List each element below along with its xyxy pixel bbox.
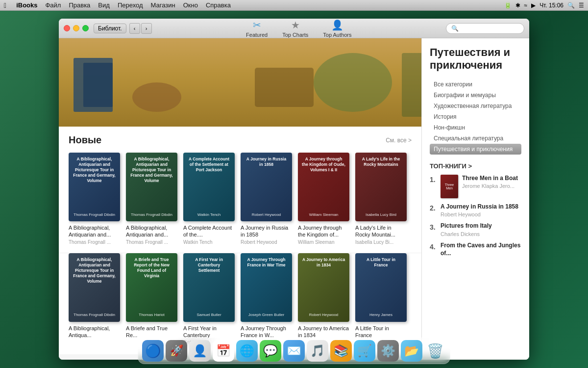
book-author: Robert Heywood: [241, 239, 292, 245]
top-book-item-3[interactable]: 4. From the Caves and Jungles of...: [430, 242, 521, 258]
book-title: A Bibliographical, Antiqua...: [69, 325, 120, 339]
top-book-num: 3.: [430, 223, 437, 231]
dock-launchpad[interactable]: 🚀: [166, 340, 187, 362]
menu-edit[interactable]: Правка: [69, 1, 90, 9]
book-cover[interactable]: A Briefe and True Report of the New Foun…: [126, 253, 177, 322]
top-book-author: Jerome Klapka Jero...: [462, 183, 521, 189]
top-book-item-2[interactable]: 3. Pictures from Italy Charles Dickens: [430, 222, 521, 237]
category-item-1[interactable]: Биографии и мемуары: [430, 90, 521, 101]
dock-appstore[interactable]: 🛒: [354, 340, 375, 362]
top-book-num: 2.: [430, 204, 437, 212]
search-input[interactable]: [446, 23, 524, 34]
book-cover[interactable]: A Complete Account of the Settlement at …: [183, 153, 235, 221]
top-books-list: 1. Three Men Three Men in a Boat Jerome …: [430, 175, 521, 258]
book-cover[interactable]: A Little Tour in France Henry James: [355, 253, 407, 322]
svg-rect-4: [255, 68, 314, 107]
book-item-row1-2[interactable]: A Complete Account of the Settlement at …: [183, 153, 235, 245]
dock-contacts[interactable]: 👤: [189, 340, 211, 362]
menu-file[interactable]: Файл: [45, 1, 61, 9]
library-button[interactable]: Библиот.: [94, 24, 126, 33]
book-cover[interactable]: A Journey in Russia in 1858 Robert Heywo…: [241, 153, 292, 221]
book-item-row2-3[interactable]: A Journey Through France in War Time Jos…: [241, 253, 292, 347]
book-cover[interactable]: A Journey Through France in War Time Jos…: [241, 253, 292, 322]
top-book-author: Robert Heywood: [441, 211, 521, 217]
hero-banner-inner: [59, 38, 421, 127]
menu-view[interactable]: Вид: [98, 1, 110, 9]
book-cover[interactable]: A Bibliographical, Antiquarian and Pictu…: [69, 153, 120, 221]
dock-calendar[interactable]: 📅: [213, 340, 234, 362]
book-cover[interactable]: A First Year in Canterbury Settlement Sa…: [183, 253, 235, 322]
bluetooth-icon: ✱: [515, 2, 520, 9]
top-charts-label: Top Charts: [282, 32, 308, 38]
book-cover[interactable]: A Bibliographical, Antiquarian and Pictu…: [69, 253, 120, 322]
dock-systemprefs[interactable]: ⚙️: [377, 340, 399, 362]
top-books-header[interactable]: ТОП-КНИГИ >: [430, 162, 521, 170]
featured-label: Featured: [246, 32, 268, 38]
menu-store[interactable]: Магазин: [151, 1, 175, 9]
book-cover[interactable]: A Journey through the Kingdom of Oude, V…: [298, 153, 349, 221]
wifi-icon: ≈: [524, 2, 528, 9]
list-icon[interactable]: ☰: [579, 2, 584, 9]
book-title: A Lady's Life in Rocky Mountai...: [355, 224, 407, 238]
book-item-row2-2[interactable]: A First Year in Canterbury Settlement Sa…: [183, 253, 235, 347]
category-item-4[interactable]: Нон-фикшн: [430, 122, 521, 133]
book-item-row1-0[interactable]: A Bibliographical, Antiquarian and Pictu…: [69, 153, 120, 245]
top-book-thumb: Three Men: [441, 175, 458, 198]
dock-messages[interactable]: 💬: [260, 340, 281, 362]
dock-ibooks[interactable]: 📚: [330, 340, 352, 362]
dock-trash[interactable]: 🗑️: [424, 340, 446, 362]
top-book-title: Pictures from Italy: [441, 222, 521, 230]
battery-icon: 🔋: [504, 2, 512, 9]
category-item-6[interactable]: Путешествия и приключения: [430, 144, 521, 155]
book-item-row2-1[interactable]: A Briefe and True Report of the New Foun…: [126, 253, 177, 347]
dock-safari[interactable]: 🌐: [236, 340, 258, 362]
dock-finder[interactable]: 🔵: [142, 340, 164, 362]
top-book-author: Charles Dickens: [441, 231, 521, 237]
top-authors-button[interactable]: 👤 Top Authors: [323, 19, 351, 38]
top-book-title: From the Caves and Jungles of...: [441, 242, 521, 257]
dock-finder2[interactable]: 📂: [401, 340, 422, 362]
book-item-row1-5[interactable]: A Lady's Life in the Rocky Mountains Isa…: [355, 153, 407, 245]
menu-window[interactable]: Окно: [183, 1, 198, 9]
maximize-button[interactable]: [82, 25, 89, 31]
top-book-item-0[interactable]: 1. Three Men Three Men in a Boat Jerome …: [430, 175, 521, 198]
book-cover[interactable]: A Journey to America in 1834 Robert Heyw…: [298, 253, 349, 322]
volume-icon: ▶: [531, 2, 536, 9]
books-grid-row2: A Bibliographical, Antiquarian and Pictu…: [69, 253, 412, 347]
book-title: A Complete Account of the....: [183, 224, 235, 238]
dock-itunes[interactable]: 🎵: [307, 340, 328, 362]
category-list: Все категорииБиографии и мемуарыХудожест…: [430, 79, 521, 155]
book-item-row2-0[interactable]: A Bibliographical, Antiquarian and Pictu…: [69, 253, 120, 347]
top-charts-button[interactable]: ★ Top Charts: [282, 19, 308, 38]
top-authors-label: Top Authors: [323, 32, 351, 38]
forward-button[interactable]: ›: [141, 23, 152, 34]
book-cover[interactable]: A Bibliographical, Antiquarian and Pictu…: [126, 153, 177, 221]
clock: Чт. 15:06: [539, 2, 564, 9]
back-button[interactable]: ‹: [129, 23, 140, 34]
dock-mail[interactable]: ✉️: [283, 340, 305, 362]
menu-help[interactable]: Справка: [206, 1, 231, 9]
book-item-row2-4[interactable]: A Journey to America in 1834 Robert Heyw…: [298, 253, 349, 347]
title-bar: Библиот. ‹ › ✂ Featured ★ Top Charts 👤 T…: [59, 19, 529, 38]
book-item-row1-1[interactable]: A Bibliographical, Antiquarian and Pictu…: [126, 153, 177, 245]
books-grid-row1: A Bibliographical, Antiquarian and Pictu…: [69, 153, 412, 245]
top-book-item-1[interactable]: 2. A Journey in Russia in 1858 Robert He…: [430, 203, 521, 218]
main-content: Новые См. все > A Bibliographical, Antiq…: [59, 38, 421, 360]
category-item-5[interactable]: Специальная литература: [430, 133, 521, 144]
book-item-row1-3[interactable]: A Journey in Russia in 1858 Robert Heywo…: [241, 153, 292, 245]
menu-go[interactable]: Переход: [118, 1, 143, 9]
category-item-3[interactable]: История: [430, 111, 521, 122]
minimize-button[interactable]: [73, 25, 79, 31]
book-item-row1-4[interactable]: A Journey through the Kingdom of Oude, V…: [298, 153, 349, 245]
close-button[interactable]: [64, 25, 70, 31]
window-frame: Библиот. ‹ › ✂ Featured ★ Top Charts 👤 T…: [59, 19, 529, 360]
category-item-0[interactable]: Все категории: [430, 79, 521, 90]
book-cover[interactable]: A Lady's Life in the Rocky Mountains Isa…: [355, 153, 407, 221]
category-item-2[interactable]: Художественная литература: [430, 101, 521, 111]
featured-button[interactable]: ✂ Featured: [246, 19, 268, 38]
see-all-link[interactable]: См. все >: [386, 137, 412, 144]
svg-point-3: [132, 82, 181, 112]
book-title: A Little Tour in France: [355, 325, 407, 339]
search-icon[interactable]: 🔍: [567, 2, 575, 9]
book-item-row2-5[interactable]: A Little Tour in France Henry James A Li…: [355, 253, 407, 347]
